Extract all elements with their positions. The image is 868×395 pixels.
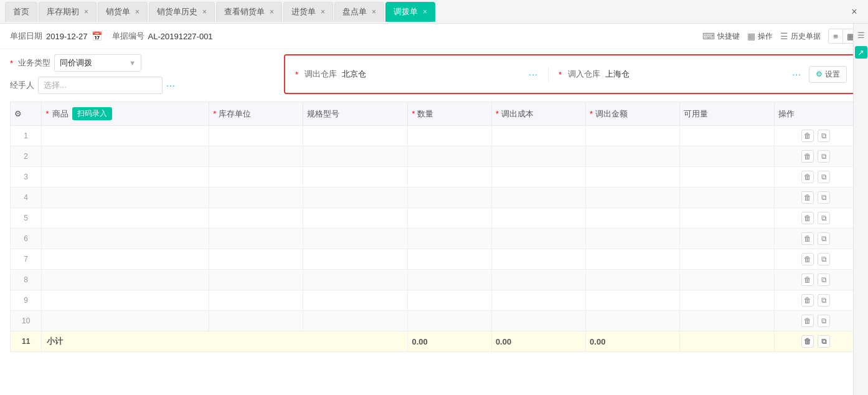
amount-cell-4[interactable] [586,188,680,208]
qty-cell-6[interactable] [408,229,491,249]
copy-row-5-btn[interactable]: ⧉ [818,212,830,224]
spec-cell-8[interactable] [303,270,408,290]
cost-cell-1[interactable] [491,126,585,146]
delete-row-4-btn[interactable]: 🗑 [801,191,814,204]
from-warehouse-more-btn[interactable]: ··· [529,69,538,79]
spec-cell-4[interactable] [303,188,408,208]
unit-cell-6[interactable] [209,229,303,249]
amount-cell-10[interactable] [586,311,680,331]
operation-action[interactable]: ▦ 操作 [747,31,773,42]
subtotal-copy-btn[interactable]: ⧉ [818,335,830,348]
amount-cell-5[interactable] [586,208,680,229]
unit-cell-7[interactable] [209,249,303,270]
tab-transfer-order-close[interactable]: × [423,7,427,16]
tab-inventory-init-close[interactable]: × [84,7,88,16]
delete-row-7-btn[interactable]: 🗑 [801,253,814,265]
cost-cell-6[interactable] [491,229,585,249]
cost-cell-9[interactable] [491,290,585,311]
business-type-select[interactable]: 同价调拨 ▼ [54,54,141,72]
product-cell-6[interactable] [42,229,209,249]
qty-cell-4[interactable] [408,188,491,208]
delete-row-9-btn[interactable]: 🗑 [801,294,814,307]
spec-cell-1[interactable] [303,126,408,146]
tab-sales-history[interactable]: 销货单历史 × [149,2,215,22]
amount-cell-8[interactable] [586,270,680,290]
history-action[interactable]: ☰ 历史单据 [780,31,821,42]
cost-cell-10[interactable] [491,311,585,331]
copy-row-10-btn[interactable]: ⧉ [818,315,830,327]
cost-cell-5[interactable] [491,208,585,229]
unit-cell-4[interactable] [209,188,303,208]
cost-cell-8[interactable] [491,270,585,290]
delete-row-8-btn[interactable]: 🗑 [801,274,814,286]
shortcut-action[interactable]: ⌨ 快捷键 [702,31,740,42]
delete-row-5-btn[interactable]: 🗑 [801,212,814,224]
product-cell-9[interactable] [42,290,209,311]
spec-cell-9[interactable] [303,290,408,311]
tab-inventory-init[interactable]: 库存期初 × [39,2,97,22]
copy-row-2-btn[interactable]: ⧉ [818,150,830,163]
tab-view-sales-close[interactable]: × [270,7,274,16]
amount-cell-3[interactable] [586,167,680,188]
settings-button[interactable]: ⚙ 设置 [809,66,847,83]
product-cell-3[interactable] [42,167,209,188]
spec-cell-6[interactable] [303,229,408,249]
amount-cell-1[interactable] [586,126,680,146]
copy-row-9-btn[interactable]: ⧉ [818,294,830,307]
qty-cell-3[interactable] [408,167,491,188]
calendar-icon[interactable]: 📅 [92,31,102,41]
delete-row-1-btn[interactable]: 🗑 [801,130,814,142]
product-cell-1[interactable] [42,126,209,146]
copy-row-4-btn[interactable]: ⧉ [818,191,830,204]
copy-row-6-btn[interactable]: ⧉ [818,232,830,245]
sidebar-export-icon[interactable]: ↗ [855,46,867,59]
product-cell-10[interactable] [42,311,209,331]
spec-cell-7[interactable] [303,249,408,270]
qty-cell-5[interactable] [408,208,491,229]
product-cell-2[interactable] [42,146,209,167]
cost-cell-3[interactable] [491,167,585,188]
unit-cell-5[interactable] [209,208,303,229]
tab-view-sales[interactable]: 查看销货单 × [216,2,282,22]
qty-cell-2[interactable] [408,146,491,167]
unit-cell-9[interactable] [209,290,303,311]
handler-more-btn[interactable]: ··· [166,80,176,90]
tab-purchase-order-close[interactable]: × [321,7,325,16]
tab-transfer-order[interactable]: 调拨单 × [385,2,435,22]
product-cell-8[interactable] [42,270,209,290]
tab-sales-history-close[interactable]: × [202,7,207,16]
cost-cell-7[interactable] [491,249,585,270]
product-cell-7[interactable] [42,249,209,270]
spec-cell-3[interactable] [303,167,408,188]
delete-row-2-btn[interactable]: 🗑 [801,150,814,163]
amount-cell-7[interactable] [586,249,680,270]
qty-cell-8[interactable] [408,270,491,290]
amount-cell-9[interactable] [586,290,680,311]
unit-cell-10[interactable] [209,311,303,331]
amount-cell-6[interactable] [586,229,680,249]
cost-cell-4[interactable] [491,188,585,208]
qty-cell-7[interactable] [408,249,491,270]
product-cell-5[interactable] [42,208,209,229]
copy-row-3-btn[interactable]: ⧉ [818,171,830,183]
delete-row-6-btn[interactable]: 🗑 [801,232,814,245]
sidebar-list-icon[interactable]: ☰ [855,29,867,41]
unit-cell-2[interactable] [209,146,303,167]
subtotal-delete-btn[interactable]: 🗑 [801,335,814,348]
tab-inventory-check-close[interactable]: × [372,7,376,16]
unit-cell-3[interactable] [209,167,303,188]
unit-cell-1[interactable] [209,126,303,146]
qty-cell-9[interactable] [408,290,491,311]
copy-row-8-btn[interactable]: ⧉ [818,274,830,286]
spec-cell-2[interactable] [303,146,408,167]
window-close-button[interactable]: × [846,3,863,21]
product-cell-4[interactable] [42,188,209,208]
list-view-btn[interactable]: ≡ [828,29,843,44]
tab-inventory-check[interactable]: 盘点单 × [334,2,384,22]
copy-row-7-btn[interactable]: ⧉ [818,253,830,265]
copy-row-1-btn[interactable]: ⧉ [818,130,830,142]
tab-sales-order[interactable]: 销货单 × [98,2,148,22]
tab-home[interactable]: 首页 [5,2,37,22]
to-warehouse-more-btn[interactable]: ··· [792,69,801,79]
amount-cell-2[interactable] [586,146,680,167]
